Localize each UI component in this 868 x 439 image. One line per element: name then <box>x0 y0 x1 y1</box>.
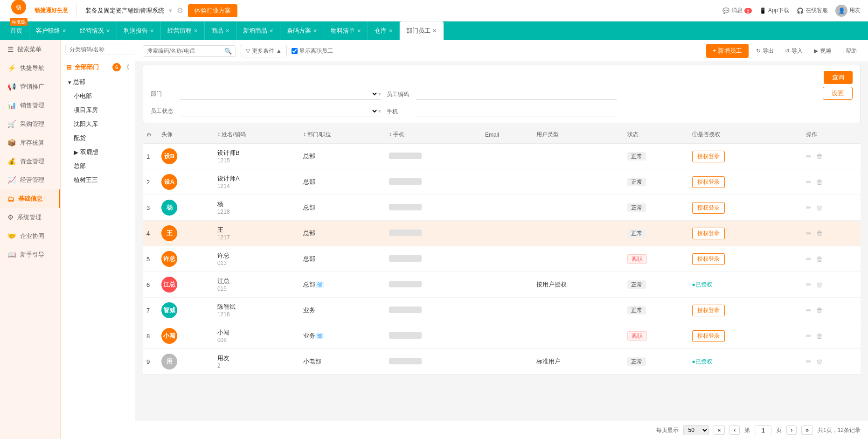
auth-login-btn[interactable]: 授权登录 <box>692 305 725 316</box>
col-dept[interactable]: ↕ 部门/职位 <box>299 126 385 144</box>
last-page-btn[interactable]: » <box>801 425 813 435</box>
dept-select[interactable] <box>180 88 378 99</box>
sidebar-item-basic[interactable]: 🗂 基础信息 <box>0 189 60 208</box>
dept-node-shenyang[interactable]: 沈阳大库 <box>61 117 135 131</box>
user-avatar[interactable]: 👤 用友 <box>835 5 861 17</box>
tab-add-goods-close[interactable]: ✕ <box>269 28 273 34</box>
empcode-input[interactable] <box>416 89 617 100</box>
dept-all-label[interactable]: 全部部门 <box>75 63 99 71</box>
delete-icon[interactable]: 🗑 <box>816 332 823 340</box>
tab-employees-close[interactable]: ✕ <box>432 28 437 34</box>
tab-customer[interactable]: 客户联络 ✕ <box>29 21 73 40</box>
auth-login-btn[interactable]: 授权登录 <box>692 253 725 265</box>
tab-bom[interactable]: 物料清单 ✕ <box>324 21 368 40</box>
tab-add-goods[interactable]: 新增商品 ✕ <box>236 21 280 40</box>
sidebar-item-quicknav[interactable]: ⚡ 快捷导航 <box>0 59 60 77</box>
dept-node-zhishu[interactable]: 植树王三 <box>61 173 135 187</box>
edit-icon[interactable]: ✏ <box>806 281 812 288</box>
help-btn[interactable]: | 帮助 <box>839 45 861 57</box>
tab-profit-close[interactable]: ✕ <box>150 28 154 34</box>
delete-icon[interactable]: 🗑 <box>816 230 823 237</box>
tab-customer-close[interactable]: ✕ <box>62 28 66 34</box>
col-settings[interactable]: ⚙ <box>143 126 158 144</box>
export-btn[interactable]: ↻ 导出 <box>752 45 778 57</box>
tab-history[interactable]: 经营历程 ✕ <box>161 21 205 40</box>
dept-node-peihuo[interactable]: 配货 <box>61 131 135 145</box>
dept-collapse-btn[interactable]: 《 <box>124 63 129 71</box>
edit-icon[interactable]: ✏ <box>806 178 812 186</box>
delete-icon[interactable]: 🗑 <box>816 281 823 288</box>
dept-node-project[interactable]: 项目库房 <box>61 103 135 117</box>
delete-icon[interactable]: 🗑 <box>816 358 823 365</box>
view-btn[interactable]: ▶ 视频 <box>810 45 835 57</box>
tab-operations-close[interactable]: ✕ <box>106 28 110 34</box>
tab-warehouse-close[interactable]: ✕ <box>389 28 393 34</box>
col-phone[interactable]: ↕ 手机 <box>385 126 481 144</box>
tab-home[interactable]: 首页 <box>4 21 29 40</box>
sidebar-item-purchase[interactable]: 🛒 采购管理 <box>0 115 60 133</box>
sidebar-item-marketing[interactable]: 📢 营销推广 <box>0 77 60 96</box>
edit-icon[interactable]: ✏ <box>806 204 812 211</box>
settings-icon[interactable]: ⚙ <box>177 6 183 15</box>
sidebar-item-search[interactable]: ☰ 搜索菜单 <box>0 40 60 59</box>
edit-icon[interactable]: ✏ <box>806 307 812 314</box>
delete-icon[interactable]: 🗑 <box>816 307 823 314</box>
show-resigned-checkbox[interactable] <box>292 48 298 54</box>
tab-goods[interactable]: 商品 ✕ <box>205 21 236 40</box>
auth-login-btn[interactable]: 授权登录 <box>692 228 725 239</box>
query-btn[interactable]: 查询 <box>824 71 853 84</box>
search-input[interactable] <box>147 48 222 54</box>
tab-barcode-close[interactable]: ✕ <box>313 28 317 34</box>
edit-icon[interactable]: ✏ <box>806 255 812 263</box>
sidebar-item-sales[interactable]: 📊 销售管理 <box>0 96 60 115</box>
tab-barcode[interactable]: 条码方案 ✕ <box>280 21 324 40</box>
tab-goods-close[interactable]: ✕ <box>225 28 229 34</box>
tab-operations[interactable]: 经营情况 ✕ <box>73 21 117 40</box>
edit-icon[interactable]: ✏ <box>806 230 812 237</box>
delete-icon[interactable]: 🗑 <box>816 204 823 211</box>
edit-icon[interactable]: ✏ <box>806 153 812 160</box>
add-employee-btn[interactable]: + 新增员工 <box>706 44 749 58</box>
dept-node-xiaodian[interactable]: 小电部 <box>61 89 135 103</box>
sidebar-item-operations[interactable]: 📈 经营管理 <box>0 171 60 189</box>
page-number-input[interactable] <box>755 425 771 435</box>
message-btn[interactable]: 💬 消息 5 <box>722 7 752 14</box>
tab-bom-close[interactable]: ✕ <box>357 28 361 34</box>
auth-login-btn[interactable]: 授权登录 <box>692 202 725 214</box>
phone-input[interactable] <box>416 106 617 117</box>
prev-page-btn[interactable]: ‹ <box>729 425 740 435</box>
dept-node-root[interactable]: ▾ 总部 <box>61 75 135 89</box>
system-dropdown-icon[interactable]: ▾ <box>169 7 172 14</box>
col-name[interactable]: ↕ 姓名/编码 <box>214 126 299 144</box>
sidebar-item-collab[interactable]: 🤝 企业协同 <box>0 227 60 245</box>
tab-warehouse[interactable]: 仓库 ✕ <box>368 21 400 40</box>
delete-icon[interactable]: 🗑 <box>816 178 823 186</box>
auth-login-btn[interactable]: 授权登录 <box>692 176 725 188</box>
online-service-btn[interactable]: 🎧 在线客服 <box>797 7 828 14</box>
sidebar-item-inventory[interactable]: 📦 库存核算 <box>0 133 60 152</box>
edit-icon[interactable]: ✏ <box>806 358 812 365</box>
import-btn[interactable]: ↺ 导入 <box>781 45 806 57</box>
filter-more-btn[interactable]: ▽ 更多条件 ▲ <box>241 45 287 57</box>
dept-search-input[interactable] <box>65 44 144 55</box>
app-download-btn[interactable]: 📱 App下载 <box>759 7 789 14</box>
edit-icon[interactable]: ✏ <box>806 332 812 340</box>
tab-employees[interactable]: 部门员工 ✕ <box>400 21 444 40</box>
sidebar-item-guide[interactable]: 📖 新手引导 <box>0 245 60 264</box>
sidebar-item-finance[interactable]: 💰 资金管理 <box>0 152 60 171</box>
dept-node-zongbu[interactable]: 总部 <box>61 159 135 173</box>
auth-login-btn[interactable]: 授权登录 <box>692 330 725 342</box>
per-page-select[interactable]: 50100200 <box>683 425 709 435</box>
set-btn[interactable]: 设置 <box>823 87 853 100</box>
tab-profit[interactable]: 利润报告 ✕ <box>117 21 161 40</box>
delete-icon[interactable]: 🗑 <box>816 153 823 160</box>
next-page-btn[interactable]: › <box>786 425 797 435</box>
first-page-btn[interactable]: « <box>714 425 725 435</box>
experience-button[interactable]: 体验行业方案 <box>188 4 237 17</box>
tab-history-close[interactable]: ✕ <box>194 28 198 34</box>
auth-login-btn[interactable]: 授权登录 <box>692 151 725 162</box>
sidebar-item-system[interactable]: ⚙ 系统管理 <box>0 208 60 227</box>
delete-icon[interactable]: 🗑 <box>816 255 823 263</box>
empstatus-select[interactable] <box>180 105 378 117</box>
dept-node-shuanglu[interactable]: ▶ 双鹿想 <box>61 145 135 159</box>
